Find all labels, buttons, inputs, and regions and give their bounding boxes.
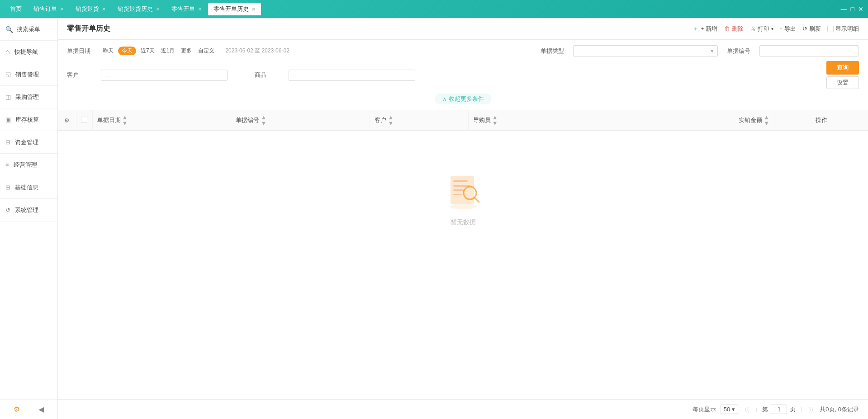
window-controls: — □ ✕ [841, 5, 863, 13]
order-type-dropdown-icon: ▾ [711, 47, 714, 54]
tab-sales-return-history-close[interactable]: ✕ [156, 6, 160, 12]
collapse-up-icon: ∧ [442, 96, 447, 103]
main-layout: 🔍 搜索采单 ⌂ 快捷导航 ◱ 销售管理 ◫ 采购管理 ▣ 库存核算 ⊟ 资金管… [0, 18, 868, 419]
collapse-sidebar-btn[interactable]: ◀ [38, 405, 44, 414]
sidebar-item-inventory-label: 库存核算 [15, 116, 39, 124]
settings-btn[interactable]: ⚙ [14, 405, 20, 414]
sidebar-search[interactable]: 🔍 搜索采单 [0, 18, 57, 41]
date-shortcut-more[interactable]: 更多 [179, 47, 194, 55]
sidebar-item-basic-info[interactable]: ⊞ 基础信息 [0, 176, 57, 199]
filter-row-2: 客户 ... 商品 ... 查询 设置 [67, 61, 859, 89]
svg-rect-4 [453, 189, 464, 191]
table-settings-icon[interactable]: ⚙ [64, 117, 70, 124]
page-input[interactable] [771, 405, 787, 414]
tab-sales-order-close[interactable]: ✕ [60, 6, 64, 12]
tab-retail-history[interactable]: 零售开单历史 ✕ [208, 3, 261, 15]
page-total: 共0页, 0条记录 [820, 405, 859, 414]
sidebar-item-inventory[interactable]: ▣ 库存核算 [0, 108, 57, 131]
minimize-btn[interactable]: — [841, 5, 847, 13]
svg-point-0 [450, 204, 477, 209]
empty-text: 暂无数据 [451, 218, 476, 226]
search-icon: 🔍 [5, 26, 13, 33]
purchase-icon: ◫ [5, 94, 11, 100]
pagination-bar: 每页显示 50 ▾ ⟨⟨ ⟨ 第 页 ⟩ ⟩⟩ 共0页, 0条记录 [58, 399, 868, 419]
date-shortcut-1month[interactable]: 近1月 [159, 47, 177, 55]
export-button[interactable]: ↑ 导出 [780, 25, 797, 33]
tab-sales-order[interactable]: 销售订单 ✕ [28, 3, 69, 15]
per-page-value: 50 [724, 406, 730, 413]
th-checkbox[interactable] [76, 110, 92, 131]
sidebar-item-sys-mgmt[interactable]: ↺ 系统管理 [0, 199, 57, 221]
th-salesperson[interactable]: 导购员 ▲▼ [468, 110, 587, 131]
th-action: 操作 [774, 110, 868, 131]
sidebar-item-purchase-mgmt[interactable]: ◫ 采购管理 [0, 86, 57, 108]
tab-sales-return-close[interactable]: ✕ [102, 6, 106, 12]
sidebar-item-operations-label: 经营管理 [14, 161, 37, 169]
sidebar-item-sales-mgmt[interactable]: ◱ 销售管理 [0, 63, 57, 86]
header-actions: ＋ + 新增 🗑 删除 🖨 打印 ▾ ↑ 导出 ↺ [693, 25, 859, 33]
tab-home[interactable]: 首页 [5, 3, 27, 15]
add-button[interactable]: ＋ + 新增 [693, 25, 717, 33]
finance-icon: ⊟ [5, 139, 10, 146]
delete-button[interactable]: 🗑 删除 [724, 25, 744, 33]
print-button[interactable]: 🖨 打印 ▾ [750, 25, 773, 33]
date-shortcut-yesterday[interactable]: 昨天 [101, 47, 115, 55]
tab-retail-open-label: 零售开单 [171, 5, 195, 13]
th-settings[interactable]: ⚙ [58, 110, 76, 131]
select-all-checkbox[interactable] [81, 117, 87, 123]
tab-sales-return-history[interactable]: 销货退货历史 ✕ [112, 3, 165, 15]
refresh-button[interactable]: ↺ 刷新 [802, 25, 821, 33]
page-last-btn[interactable]: ⟩⟩ [807, 405, 815, 414]
tab-sales-return[interactable]: 销货退货 ✕ [70, 3, 111, 15]
print-icon: 🖨 [750, 25, 756, 32]
th-amount[interactable]: 实销金额 ▲▼ [587, 110, 774, 131]
date-shortcut-today[interactable]: 今天 [118, 47, 136, 55]
page-prev-btn[interactable]: ⟨ [754, 405, 759, 414]
goods-input[interactable]: ... [289, 70, 415, 81]
order-type-label: 单据类型 [541, 47, 564, 55]
query-label: 查询 [837, 64, 849, 71]
sales-icon: ◱ [5, 71, 11, 78]
checkbox-detail [827, 26, 834, 32]
basic-info-icon: ⊞ [5, 184, 10, 191]
page-header: 零售开单历史 ＋ + 新增 🗑 删除 🖨 打印 ▾ ↑ 导出 [58, 18, 868, 40]
date-shortcut-custom[interactable]: 自定义 [196, 47, 216, 55]
filter-settings-button[interactable]: 设置 [826, 76, 859, 89]
sidebar-item-finance[interactable]: ⊟ 资金管理 [0, 131, 57, 154]
maximize-btn[interactable]: □ [851, 5, 854, 13]
collapse-button[interactable]: ∧ 收起更多条件 [435, 94, 491, 104]
print-dropdown-icon: ▾ [771, 26, 773, 31]
th-customer[interactable]: 客户 ▲▼ [370, 110, 468, 131]
th-date[interactable]: 单据日期 ▲▼ [92, 110, 231, 131]
th-customer-label: 客户 [375, 116, 386, 124]
page-next-btn[interactable]: ⟩ [798, 405, 804, 414]
per-page-label: 每页显示 [693, 405, 716, 414]
th-no-label: 单据编号 [236, 116, 259, 124]
tab-retail-open-close[interactable]: ✕ [198, 6, 202, 12]
sidebar-item-operations[interactable]: ≡ 经营管理 [0, 154, 57, 176]
query-button[interactable]: 查询 [826, 61, 859, 75]
tab-retail-open[interactable]: 零售开单 ✕ [166, 3, 207, 15]
close-btn[interactable]: ✕ [858, 5, 863, 13]
order-no-input[interactable] [759, 45, 859, 56]
tab-retail-history-close[interactable]: ✕ [251, 6, 256, 12]
svg-line-6 [474, 198, 479, 202]
print-label: 打印 [758, 25, 769, 33]
sidebar-item-finance-label: 资金管理 [15, 138, 38, 146]
sidebar-item-quick-nav[interactable]: ⌂ 快捷导航 [0, 41, 57, 63]
sort-salesperson-icon: ▲▼ [492, 114, 498, 126]
page-first-btn[interactable]: ⟨⟨ [743, 405, 751, 414]
th-no[interactable]: 单据编号 ▲▼ [231, 110, 370, 131]
order-type-select[interactable]: ▾ [573, 45, 718, 56]
customer-input[interactable]: ... [101, 70, 228, 81]
per-page-select[interactable]: 50 ▾ [721, 405, 738, 414]
sidebar-item-sys-mgmt-label: 系统管理 [15, 206, 38, 214]
date-shortcut-7days[interactable]: 近7天 [139, 47, 157, 55]
tab-home-label: 首页 [10, 5, 22, 13]
content-area: 零售开单历史 ＋ + 新增 🗑 删除 🖨 打印 ▾ ↑ 导出 [58, 18, 868, 419]
date-range-text: 2023-06-02 至 2023-06-02 [225, 47, 289, 55]
empty-state: 暂无数据 [58, 131, 868, 263]
goods-placeholder: ... [293, 72, 298, 79]
delete-icon: 🗑 [724, 25, 730, 32]
show-detail-button[interactable]: 显示明细 [827, 25, 859, 33]
